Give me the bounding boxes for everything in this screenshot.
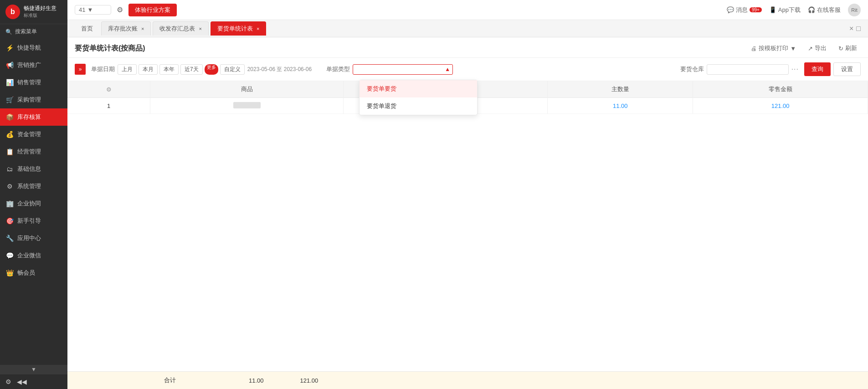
gear-icon[interactable]: ⚙ [106,86,112,93]
th-qty: 主数量 [548,81,693,98]
export-btn[interactable]: ↗ 导出 [804,43,830,54]
dropdown-item-order-goods[interactable]: 要货单要货 [360,80,477,97]
warehouse-filter-label: 要货仓库 [680,65,704,73]
filter-expand-btn[interactable]: » [75,64,86,75]
sidebar-item-appstore[interactable]: 🔧 应用中心 [0,230,67,247]
filter-btn-last-month[interactable]: 上月 [118,64,137,75]
dropdown-item-order-return[interactable]: 要货单退货 [360,97,477,115]
page-content: 要货单统计表(按商品) 🖨 按模板打印 ▼ ↗ 导出 ↻ 刷新 » [67,37,868,389]
th-settings[interactable]: ⚙ [67,81,150,98]
print-btn[interactable]: 🖨 按模板打印 ▼ [747,43,800,54]
topbar-gear-icon[interactable]: ⚙ [117,5,123,14]
print-label: 按模板打印 [759,44,788,52]
tab-batch-close[interactable]: × [141,26,144,31]
tab-batch-label: 库存批次账 [108,25,138,33]
data-table-container: ⚙ 商品 主计量单位 主数量 零售金额 1 块 11.00 [67,81,868,371]
sidebar-item-label: 企业微信 [17,251,41,260]
sidebar-search[interactable]: 🔍 搜索菜单 [0,24,67,39]
avatar-text: Rit [851,7,857,13]
sidebar-bottom: ⚙ ◀◀ [0,374,67,389]
sidebar-item-label: 销售管理 [17,78,41,87]
td-amount: 121.00 [693,98,868,114]
sidebar-item-basic[interactable]: 🗂 基础信息 [0,160,67,178]
more-badge[interactable]: 更多 [205,64,218,75]
sidebar-search-label: 搜索菜单 [15,28,37,36]
online-service-btn[interactable]: 🎧 在线客服 [808,6,841,14]
messages-btn[interactable]: 💬 消息 99+ [727,6,762,14]
date-filter-section: 单据日期 上月 本月 本年 近7天 更多 自定义 2023-05-06 至 20… [91,64,312,75]
finance-icon: 💰 [5,131,14,138]
sidebar-item-purchase[interactable]: 🛒 采购管理 [0,91,67,108]
more-options-icon[interactable]: ··· [791,65,799,73]
td-qty: 11.00 [548,98,693,114]
wechat-icon: 💬 [5,252,14,259]
tab-bar: 首页 库存批次账 × 收发存汇总表 × 要货单统计表 × × □ [67,20,868,37]
brand-name: 畅捷通好生意 [24,5,56,12]
sidebar-scroll-down[interactable]: ▼ [0,365,67,374]
query-btn[interactable]: 查询 [804,62,831,76]
trial-btn[interactable]: 体验行业方案 [128,4,177,16]
messages-badge: 99+ [750,7,762,12]
window-expand-icon[interactable]: □ [856,25,861,33]
sidebar-item-finance[interactable]: 💰 资金管理 [0,126,67,143]
tab-home[interactable]: 首页 [75,22,99,36]
inventory-icon: 📦 [5,113,14,121]
settings-icon[interactable]: ⚙ [5,378,11,385]
sidebar-item-enterprise[interactable]: 🏢 企业协同 [0,195,67,212]
collapse-icon[interactable]: ◀◀ [17,378,27,385]
settings-filter-btn[interactable]: 设置 [833,62,861,76]
system-icon: ⚙ [5,183,14,190]
user-avatar[interactable]: Rit [848,4,861,16]
sidebar-logo: b 畅捷通好生意 标准版 [0,0,67,24]
sidebar-item-label: 资金管理 [17,130,41,138]
type-input-wrapper: ▲ [353,64,453,75]
workspace-value: 41 [79,6,85,13]
chevron-up-icon[interactable]: ▲ [445,66,450,72]
sidebar-item-quick-nav[interactable]: ⚡ 快捷导航 [0,39,67,56]
sidebar-item-member[interactable]: 👑 畅会员 [0,264,67,282]
workspace-select[interactable]: 41 ▼ [75,5,111,15]
tab-collection[interactable]: 收发存汇总表 × [153,21,208,36]
sidebar-item-marketing[interactable]: 📢 营销推广 [0,56,67,74]
topbar-actions: 💬 消息 99+ 📱 App下载 🎧 在线客服 Rit [727,4,861,16]
date-quick-btns: 上月 本月 本年 近7天 更多 自定义 [118,64,245,75]
sidebar-item-wechat[interactable]: 💬 企业微信 [0,247,67,264]
chevron-down-icon: ▼ [790,45,796,52]
download-icon: 📱 [769,6,776,13]
messages-label: 消息 [736,6,748,14]
warehouse-filter-input[interactable] [707,64,789,75]
tab-window-controls: × □ [849,25,861,33]
sidebar-item-label: 应用中心 [17,234,41,242]
brand-sub: 标准版 [24,12,56,19]
filter-btn-custom[interactable]: 自定义 [220,64,245,75]
sidebar-item-system[interactable]: ⚙ 系统管理 [0,178,67,195]
tab-order-stat-close[interactable]: × [257,26,259,31]
sidebar-item-label: 经营管理 [17,148,41,156]
tab-collection-close[interactable]: × [199,26,201,31]
refresh-btn[interactable]: ↻ 刷新 [835,43,861,54]
app-download-btn[interactable]: 📱 App下载 [769,6,801,14]
tab-batch[interactable]: 库存批次账 × [101,21,151,36]
tab-collection-label: 收发存汇总表 [159,25,195,33]
th-goods: 商品 [150,81,344,98]
type-dropdown: 要货单要货 要货单退货 [359,80,478,115]
filter-btn-7days[interactable]: 近7天 [180,64,203,75]
sidebar-item-sales[interactable]: 📊 销售管理 [0,74,67,91]
tab-order-stat[interactable]: 要货单统计表 × [211,21,266,36]
page-header: 要货单统计表(按商品) 🖨 按模板打印 ▼ ↗ 导出 ↻ 刷新 [67,37,868,58]
sidebar-item-label: 企业协同 [17,200,41,208]
sidebar-item-label: 库存核算 [17,113,41,121]
window-close-icon[interactable]: × [849,25,853,33]
appstore-icon: 🔧 [5,235,14,242]
sidebar-item-guide[interactable]: 🎯 新手引导 [0,212,67,230]
filter-btn-this-month[interactable]: 本月 [139,64,158,75]
footer-label: 合计 [164,376,176,384]
sidebar-item-operation[interactable]: 📋 经营管理 [0,143,67,160]
type-filter-input[interactable] [353,64,453,75]
sidebar-item-inventory[interactable]: 📦 库存核算 [0,108,67,126]
filter-btn-this-year[interactable]: 本年 [159,64,179,75]
refresh-label: 刷新 [845,44,857,52]
tab-home-label: 首页 [81,25,93,33]
td-goods [150,98,344,114]
type-filter-section: 单据类型 ▲ [326,64,453,75]
